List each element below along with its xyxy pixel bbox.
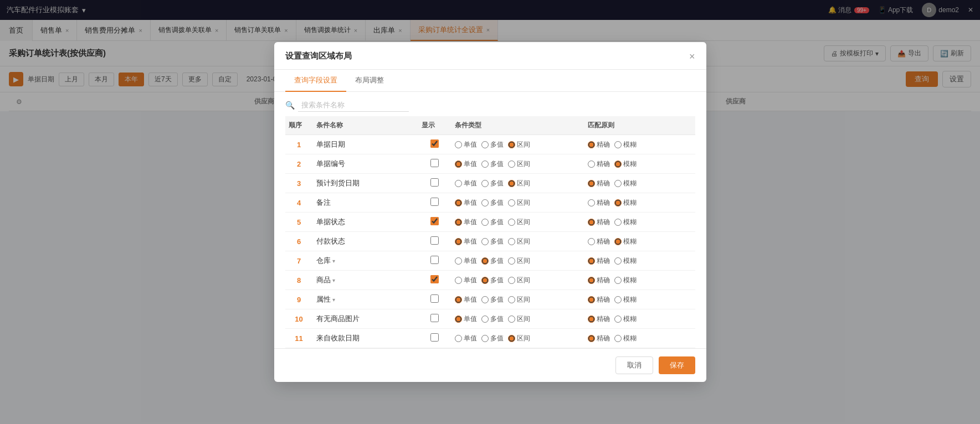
dialog-tab-query-fields-label: 查询字段设置	[294, 76, 337, 84]
dialog-header: 设置查询区域布局 ×	[274, 42, 706, 70]
dialog-tab-layout-label: 布局调整	[355, 76, 384, 84]
dialog-tab-query-fields[interactable]: 查询字段设置	[285, 70, 346, 92]
dialog-tabs: 查询字段设置 布局调整	[274, 70, 706, 92]
search-icon: 🔍	[285, 101, 295, 110]
dialog-tab-layout[interactable]: 布局调整	[346, 70, 393, 92]
dialog-overlay: 设置查询区域布局 × 查询字段设置 布局调整 🔍 顺序 条件名称	[0, 0, 980, 111]
dialog-title: 设置查询区域布局	[285, 51, 352, 61]
dialog-search-area: 🔍	[274, 92, 706, 111]
search-input[interactable]	[298, 99, 409, 111]
dialog: 设置查询区域布局 × 查询字段设置 布局调整 🔍 顺序 条件名称	[274, 42, 706, 111]
dialog-close-button[interactable]: ×	[689, 51, 695, 61]
